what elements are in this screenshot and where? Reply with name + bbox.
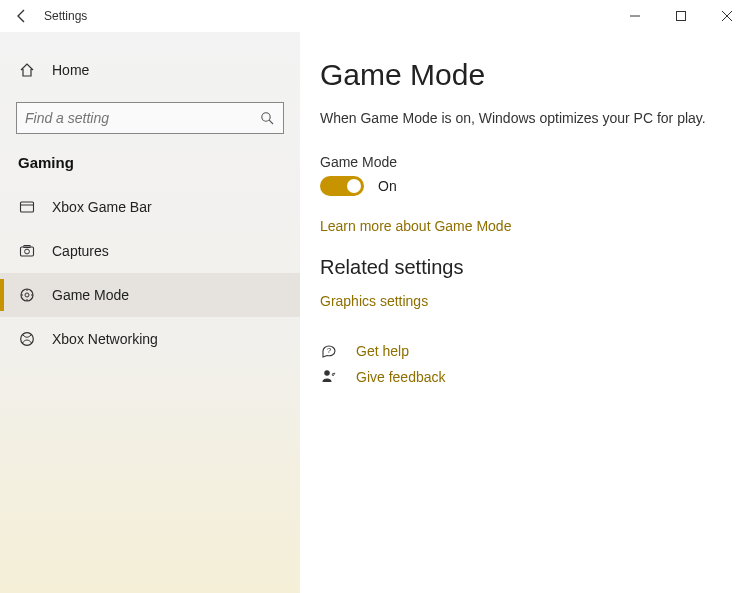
give-feedback-row[interactable]: Give feedback: [320, 369, 730, 385]
minimize-button[interactable]: [612, 0, 658, 32]
feedback-icon: [320, 369, 338, 385]
window-controls: [612, 0, 750, 32]
window-title: Settings: [44, 9, 87, 23]
search-icon: [259, 111, 275, 125]
search-input[interactable]: [25, 110, 259, 126]
svg-point-9: [25, 249, 30, 254]
sidebar-item-label: Captures: [52, 243, 109, 259]
svg-point-4: [262, 113, 270, 121]
titlebar: Settings: [0, 0, 750, 32]
get-help-row[interactable]: ? Get help: [320, 343, 730, 359]
sidebar-item-label: Game Mode: [52, 287, 129, 303]
sidebar-section-title: Gaming: [0, 152, 300, 185]
minimize-icon: [630, 11, 640, 21]
sidebar-item-xbox-game-bar[interactable]: Xbox Game Bar: [0, 185, 300, 229]
toggle-knob: [347, 179, 361, 193]
sidebar: Home Gaming Xbox Game Bar: [0, 32, 300, 593]
maximize-icon: [676, 11, 686, 21]
captures-icon: [18, 243, 36, 259]
sidebar-item-game-mode[interactable]: Game Mode: [0, 273, 300, 317]
close-icon: [722, 11, 732, 21]
help-section: ? Get help Give feedback: [320, 343, 730, 385]
xbox-icon: [18, 331, 36, 347]
maximize-button[interactable]: [658, 0, 704, 32]
sidebar-item-home[interactable]: Home: [0, 48, 300, 92]
svg-rect-8: [21, 247, 34, 256]
learn-more-link[interactable]: Learn more about Game Mode: [320, 218, 730, 234]
svg-rect-1: [677, 12, 686, 21]
get-help-link[interactable]: Get help: [356, 343, 409, 359]
sidebar-item-label: Xbox Game Bar: [52, 199, 152, 215]
svg-point-17: [21, 333, 34, 346]
graphics-settings-link[interactable]: Graphics settings: [320, 293, 730, 309]
game-bar-icon: [18, 199, 36, 215]
toggle-label: Game Mode: [320, 154, 730, 170]
sidebar-item-label: Home: [52, 62, 89, 78]
svg-line-5: [269, 120, 273, 124]
toggle-row: On: [320, 176, 730, 196]
game-mode-icon: [18, 287, 36, 303]
sidebar-item-xbox-networking[interactable]: Xbox Networking: [0, 317, 300, 361]
main-panel: Game Mode When Game Mode is on, Windows …: [300, 32, 750, 593]
toggle-state: On: [378, 178, 397, 194]
svg-point-12: [25, 293, 29, 297]
svg-point-19: [325, 371, 329, 375]
page-title: Game Mode: [320, 58, 730, 92]
home-icon: [18, 62, 36, 78]
page-description: When Game Mode is on, Windows optimizes …: [320, 110, 730, 126]
sidebar-item-captures[interactable]: Captures: [0, 229, 300, 273]
give-feedback-link[interactable]: Give feedback: [356, 369, 446, 385]
svg-rect-6: [21, 202, 34, 212]
content-area: Home Gaming Xbox Game Bar: [0, 32, 750, 593]
sidebar-item-label: Xbox Networking: [52, 331, 158, 347]
game-mode-toggle[interactable]: [320, 176, 364, 196]
back-button[interactable]: [0, 0, 44, 32]
svg-text:?: ?: [327, 346, 332, 355]
close-button[interactable]: [704, 0, 750, 32]
related-settings-heading: Related settings: [320, 256, 730, 279]
search-box[interactable]: [16, 102, 284, 134]
back-arrow-icon: [14, 8, 30, 24]
help-icon: ?: [320, 343, 338, 359]
